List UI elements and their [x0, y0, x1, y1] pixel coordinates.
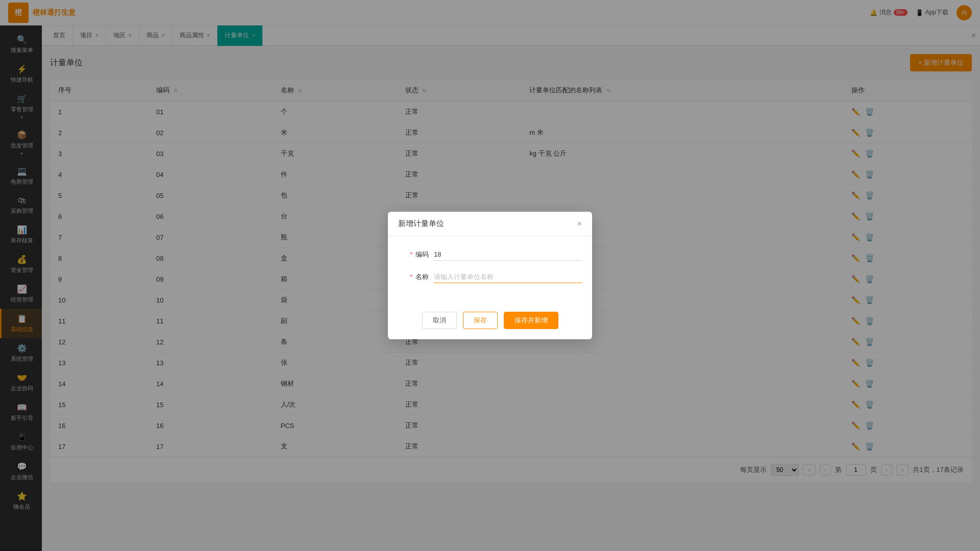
modal-body: * 编码 * 名称 [388, 236, 592, 306]
code-input[interactable] [434, 248, 582, 261]
name-form-item: * 名称 [398, 271, 582, 283]
required-mark: * [410, 273, 412, 281]
name-label: * 名称 [398, 272, 429, 282]
modal-footer: 取消 保存 保存并新增 [388, 306, 592, 339]
code-label: * 编码 [398, 250, 429, 259]
modal-header: 新增计量单位 × [388, 212, 592, 236]
modal-close-button[interactable]: × [577, 219, 582, 229]
required-mark: * [410, 251, 412, 258]
modal-title: 新增计量单位 [398, 219, 444, 229]
save-button[interactable]: 保存 [463, 312, 498, 329]
add-unit-modal: 新增计量单位 × * 编码 * 名称 取消 保存 保存并新增 [388, 212, 592, 339]
code-form-item: * 编码 [398, 248, 582, 261]
cancel-button[interactable]: 取消 [422, 312, 457, 329]
modal-overlay: 新增计量单位 × * 编码 * 名称 取消 保存 保存并新增 [0, 0, 980, 551]
save-and-add-button[interactable]: 保存并新增 [504, 312, 558, 329]
name-input[interactable] [434, 271, 582, 283]
